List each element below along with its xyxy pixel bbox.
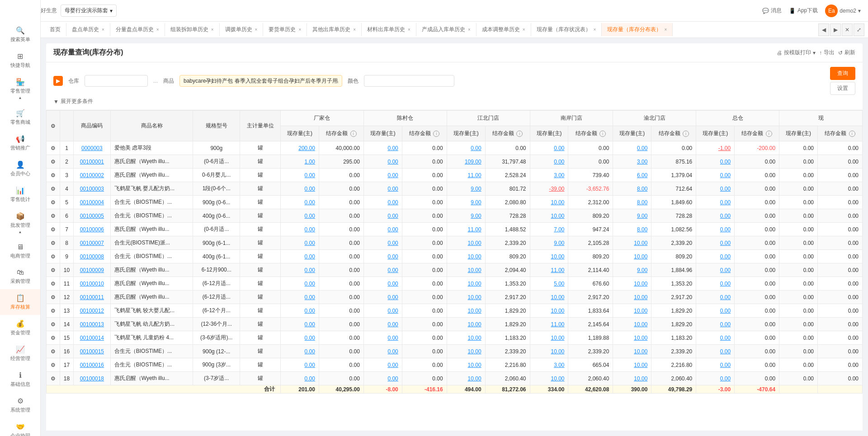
row-code[interactable]: 00100005 [74,209,111,223]
industry-selector[interactable]: 母婴行业演示陈套 ▾ [61,5,117,17]
row-jiangbei-stock[interactable]: 9.00 [447,196,485,209]
tab-close-stock-status[interactable]: × [594,27,596,32]
row-nanan-stock[interactable]: 10.00 [530,291,568,304]
tab-close-other-out[interactable]: × [353,27,356,32]
row-jiangbei-stock[interactable]: 9.00 [447,182,485,196]
row-total-stock[interactable]: 0.00 [696,223,735,236]
row-total-stock[interactable]: 0.00 [696,155,735,169]
row-factory-stock[interactable]: 0.00 [281,372,319,385]
row-total-stock[interactable]: 0.00 [696,372,735,385]
row-nanan-stock[interactable]: 9.00 [530,236,568,250]
row-nanan-stock[interactable]: 10.00 [530,209,568,223]
row-total-stock[interactable]: -1.00 [696,141,735,155]
row-code[interactable]: 00100008 [74,250,111,263]
sidebar-item-inventory[interactable]: 📋库存核算 [0,289,40,315]
sidebar-item-purchase[interactable]: 🛍采购管理 [0,264,40,289]
tab-stock-status[interactable]: 现存量（库存状况表）× [531,23,602,36]
row-chenshi-stock[interactable]: 0.00 [363,155,402,169]
row-code[interactable]: 00100015 [74,345,111,358]
tab-stock-dist[interactable]: 现存量（库存分布表）× [602,23,673,36]
app-download-btn[interactable]: 📱 App下载 [789,7,818,14]
sidebar-item-nav[interactable]: ⊞快捷导航 [0,47,40,73]
tab-sub-inventory-count[interactable]: 分量盘点单历史× [110,23,165,36]
row-chenshi-stock[interactable]: 0.00 [363,209,402,223]
row-code[interactable]: 00100016 [74,358,111,372]
row-jiangbei-stock[interactable]: 10.00 [447,304,485,318]
row-yubeimen-stock[interactable]: 10.00 [613,291,651,304]
row-chenshi-stock[interactable]: 0.00 [363,372,402,385]
row-total-stock[interactable]: 0.00 [696,169,735,182]
row-code[interactable]: 00100011 [74,291,111,304]
row-factory-stock[interactable]: 0.00 [281,196,319,209]
sidebar-item-retail-mall[interactable]: 🛒零售商城 [0,104,40,130]
print-btn[interactable]: 🖨 按模版打印 ▾ [777,49,816,56]
row-total-stock[interactable]: 0.00 [696,277,735,291]
row-settings[interactable]: ⚙ [47,236,60,250]
row-factory-stock[interactable]: 0.00 [281,358,319,372]
row-settings[interactable]: ⚙ [47,331,60,345]
row-nanan-stock[interactable]: 0.00 [530,141,568,155]
row-yubeimen-stock[interactable]: 6.00 [613,169,651,182]
row-factory-stock[interactable]: 0.00 [281,263,319,277]
warehouse-input[interactable] [85,75,148,87]
row-yubeimen-stock[interactable]: 10.00 [613,304,651,318]
row-yubeimen-stock[interactable]: 10.00 [613,331,651,345]
row-jiangbei-stock[interactable]: 11.00 [447,223,485,236]
row-jiangbei-stock[interactable]: 10.00 [447,250,485,263]
row-nanan-stock[interactable]: 10.00 [530,196,568,209]
tab-close-inventory-count[interactable]: × [102,27,104,32]
row-chenshi-stock[interactable]: 0.00 [363,277,402,291]
row-code[interactable]: 00100002 [74,169,111,182]
row-factory-stock[interactable]: 0.00 [281,345,319,358]
sidebar-item-ecommerce[interactable]: 🖥电商管理 [0,239,40,264]
row-factory-stock[interactable]: 0.00 [281,182,319,196]
sidebar-item-operations[interactable]: 📈经营管理 [0,341,40,366]
row-chenshi-stock[interactable]: 0.00 [363,318,402,331]
row-yubeimen-stock[interactable]: 9.00 [613,209,651,223]
row-code[interactable]: 00100004 [74,196,111,209]
row-yubeimen-stock[interactable]: 10.00 [613,318,651,331]
tab-inventory-count[interactable]: 盘点单历史× [66,23,110,36]
row-code[interactable]: 00100006 [74,223,111,236]
row-settings[interactable]: ⚙ [47,155,60,169]
row-nanan-stock[interactable]: 11.00 [530,263,568,277]
row-nanan-stock[interactable]: 7.00 [530,223,568,236]
sidebar-item-marketing[interactable]: 📢营销推广 [0,130,40,156]
row-chenshi-stock[interactable]: 0.00 [363,263,402,277]
row-yubeimen-stock[interactable]: 10.00 [613,277,651,291]
row-settings[interactable]: ⚙ [47,250,60,263]
row-factory-stock[interactable]: 1.00 [281,155,319,169]
row-total-stock[interactable]: 0.00 [696,358,735,372]
row-code[interactable]: 00100010 [74,277,111,291]
row-nanan-stock[interactable]: -39.00 [530,182,568,196]
row-total-stock[interactable]: 0.00 [696,250,735,263]
row-nanan-stock[interactable]: 10.00 [530,250,568,263]
row-chenshi-stock[interactable]: 0.00 [363,345,402,358]
row-total-stock[interactable]: 0.00 [696,318,735,331]
row-yubeimen-stock[interactable]: 10.00 [613,250,651,263]
row-code[interactable]: 00100007 [74,236,111,250]
sidebar-item-search[interactable]: 🔍搜索英单 [0,22,40,47]
tab-close-material-out[interactable]: × [408,27,410,32]
row-chenshi-stock[interactable]: 0.00 [363,304,402,318]
row-chenshi-stock[interactable]: 0.00 [363,236,402,250]
settings-col-header[interactable]: ⚙ [47,111,60,141]
row-jiangbei-stock[interactable]: 10.00 [447,358,485,372]
row-settings[interactable]: ⚙ [47,141,60,155]
tab-material-out[interactable]: 材料出库单历史× [362,23,416,36]
row-jiangbei-stock[interactable]: 9.00 [447,209,485,223]
row-nanan-stock[interactable]: 3.00 [530,169,568,182]
tab-close-cost-adjust[interactable]: × [523,27,525,32]
row-yubeimen-stock[interactable]: 8.00 [613,182,651,196]
product-input[interactable] [179,75,342,87]
row-yubeimen-stock[interactable]: 8.00 [613,223,651,236]
row-chenshi-stock[interactable]: 0.00 [363,169,402,182]
row-factory-stock[interactable]: 0.00 [281,250,319,263]
row-chenshi-stock[interactable]: 0.00 [363,182,402,196]
chenshi-amt-info[interactable]: i [433,131,439,137]
tab-home[interactable]: 首页 [44,23,66,36]
row-yubeimen-stock[interactable]: 0.00 [613,141,651,155]
row-total-stock[interactable]: 0.00 [696,345,735,358]
row-nanan-stock[interactable]: 3.00 [530,358,568,372]
sidebar-item-member[interactable]: 👤会员中心 [0,156,40,182]
